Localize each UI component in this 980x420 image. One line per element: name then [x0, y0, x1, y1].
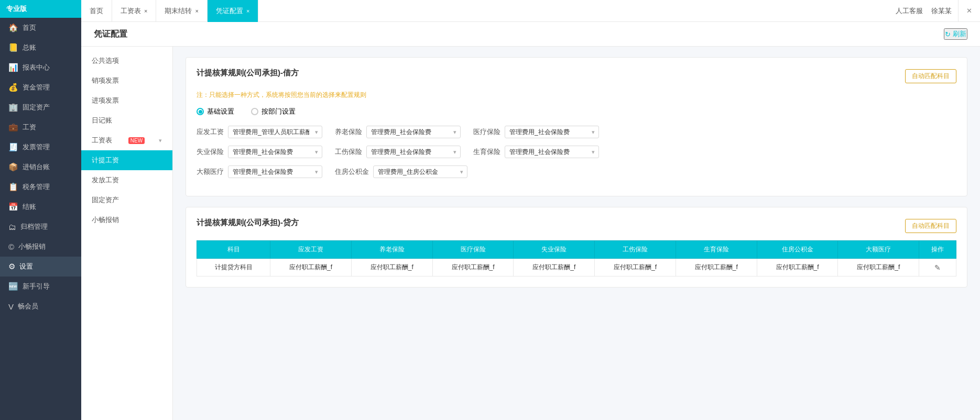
- field-shiye: 失业保险 管理费用_社会保险费: [197, 146, 322, 158]
- field-yingfa-wages: 应发工资 管理费用_管理人员职工薪酬: [197, 126, 322, 138]
- sidebar-item-settings[interactable]: ⚙ 设置: [0, 257, 81, 277]
- radio-dept[interactable]: 按部门设置: [251, 107, 296, 116]
- tab-home[interactable]: 首页: [81, 0, 112, 22]
- select-wrapper-yiliao: 管理费用_社会保险费: [505, 126, 599, 138]
- credit-table-body: 计提贷方科目 应付职工薪酬_f 应付职工薪酬_f 应付职工薪酬_f 应付职工薪酬…: [197, 259, 956, 277]
- sidebar-item-archive[interactable]: 🗂 归档管理: [0, 217, 81, 237]
- label-shengyu: 生育保险: [473, 147, 500, 157]
- tab-voucher-config[interactable]: 凭证配置 ×: [208, 0, 258, 22]
- credit-table-head: 科目 应发工资 养老保险 医疗保险 失业保险 工伤保险 生育保险 住房公积金 大…: [197, 241, 956, 259]
- td-gongshang: 应付职工薪酬_f: [595, 259, 676, 277]
- field-daeyiliao: 大额医疗 管理费用_社会保险费: [197, 165, 322, 178]
- ledger-icon: 📒: [8, 43, 18, 52]
- sidebar-item-salary[interactable]: 💼 工资: [0, 117, 81, 137]
- radio-basic[interactable]: 基础设置: [197, 107, 234, 116]
- home-icon: 🏠: [8, 23, 18, 32]
- sidebar-item-ledger[interactable]: 📒 总账: [0, 38, 81, 58]
- leftnav-journal[interactable]: 日记账: [81, 110, 172, 130]
- tab-salary-table[interactable]: 工资表 ×: [112, 0, 156, 22]
- radio-dept-circle: [251, 108, 258, 115]
- leftnav-accrual-salary[interactable]: 计提工资: [81, 150, 172, 170]
- td-gjj: 应付职工薪酬_f: [757, 259, 838, 277]
- leftnav-fixed-assets[interactable]: 固定资产: [81, 190, 172, 210]
- field-yiliao: 医疗保险 管理费用_社会保险费: [473, 126, 599, 138]
- close-tab-voucher[interactable]: ×: [246, 8, 249, 14]
- assets-icon: 🏢: [8, 103, 18, 112]
- sidebar-item-home[interactable]: 🏠 首页: [0, 18, 81, 38]
- leftnav-expense[interactable]: 小畅报销: [81, 210, 172, 230]
- debit-section: 计提核算规则(公司承担)-借方 自动匹配科目 注：只能选择一种方式，系统将按照您…: [186, 57, 967, 196]
- edit-icon[interactable]: ✎: [934, 263, 941, 272]
- user-service: 人工客服: [896, 6, 923, 16]
- sidebar: 专业版 🏠 首页 📒 总账 📊 报表中心 💰 资金管理 🏢 固定资产 💼 工资 …: [0, 0, 81, 420]
- debit-notice: 注：只能选择一种方式，系统将按照您当前的选择来配置规则: [197, 91, 956, 100]
- sidebar-item-purchases[interactable]: 📦 进销台账: [0, 157, 81, 177]
- select-yanglao[interactable]: 管理费用_社会保险费: [366, 126, 461, 138]
- leftnav-purchase-invoice[interactable]: 进项发票: [81, 91, 172, 110]
- select-shiye[interactable]: 管理费用_社会保险费: [228, 146, 322, 158]
- sidebar-item-assets[interactable]: 🏢 固定资产: [0, 97, 81, 117]
- debit-section-title: 计提核算规则(公司承担)-借方: [197, 68, 299, 78]
- sidebar-item-xiaochang[interactable]: © 小畅报销: [0, 237, 81, 257]
- refresh-icon: ↻: [945, 30, 951, 38]
- invoice-icon: 🧾: [8, 142, 18, 152]
- select-yingfa[interactable]: 管理费用_管理人员职工薪酬: [228, 126, 322, 138]
- credit-auto-match-button[interactable]: 自动匹配科目: [905, 219, 956, 233]
- sidebar-item-reports[interactable]: 📊 报表中心: [0, 58, 81, 78]
- debit-auto-match-button[interactable]: 自动匹配科目: [905, 69, 956, 83]
- archive-icon: 🗂: [8, 223, 16, 231]
- credit-section-title: 计提核算规则(公司承担)-贷方: [197, 218, 299, 228]
- close-tab-salary[interactable]: ×: [144, 8, 147, 14]
- tab-period-close[interactable]: 期末结转 ×: [156, 0, 207, 22]
- field-yanglao: 养老保险 管理费用_社会保险费: [335, 126, 461, 138]
- label-daeyiliao: 大额医疗: [197, 167, 224, 176]
- th-gjj: 住房公积金: [757, 241, 838, 259]
- leftnav-salary-table[interactable]: 工资表 NEW ▾: [81, 130, 172, 150]
- sidebar-item-tax[interactable]: 📋 税务管理: [0, 177, 81, 197]
- main-area: 首页 工资表 × 期末结转 × 凭证配置 × 人工客服 徐某某 ✕ 凭证配置 ↻…: [81, 0, 980, 420]
- th-action: 操作: [919, 241, 956, 259]
- label-yiliao: 医疗保险: [473, 127, 500, 137]
- label-shiye: 失业保险: [197, 147, 224, 157]
- new-badge: NEW: [128, 137, 145, 144]
- select-gjj[interactable]: 管理费用_住房公积金: [373, 165, 467, 178]
- credit-section: 计提核算规则(公司承担)-贷方 自动匹配科目 科目 应发工资 养老保险 医疗保险…: [186, 207, 967, 288]
- left-nav: 公共选项 销项发票 进项发票 日记账 工资表 NEW ▾ 计提工资 发放工资: [81, 47, 173, 420]
- radio-basic-circle: [197, 108, 204, 115]
- td-yanglao: 应付职工薪酬_f: [351, 259, 432, 277]
- vip-icon: V: [8, 302, 14, 311]
- leftnav-pay-salary[interactable]: 发放工资: [81, 170, 172, 190]
- sidebar-item-invoice[interactable]: 🧾 发票管理: [0, 137, 81, 157]
- select-gongshang[interactable]: 管理费用_社会保险费: [366, 146, 461, 158]
- select-wrapper-gongshang: 管理费用_社会保险费: [366, 146, 461, 158]
- select-wrapper-shiye: 管理费用_社会保险费: [228, 146, 322, 158]
- reports-icon: 📊: [8, 63, 18, 72]
- main-content: 计提核算规则(公司承担)-借方 自动匹配科目 注：只能选择一种方式，系统将按照您…: [173, 47, 980, 420]
- th-shiye: 失业保险: [514, 241, 595, 259]
- settings-icon: ⚙: [8, 262, 15, 271]
- guide-icon: 🆕: [8, 282, 18, 291]
- refresh-button[interactable]: ↻ 刷新: [944, 28, 967, 40]
- th-yingfa: 应发工资: [270, 241, 352, 259]
- leftnav-sales-invoice[interactable]: 销项发票: [81, 71, 172, 91]
- td-daeyiliao: 应付职工薪酬_f: [838, 259, 919, 277]
- debit-form-row-1: 应发工资 管理费用_管理人员职工薪酬 养老保险 管理费用_社会保险费: [197, 126, 956, 138]
- select-shengyu[interactable]: 管理费用_社会保险费: [505, 146, 599, 158]
- sidebar-item-funds[interactable]: 💰 资金管理: [0, 78, 81, 97]
- leftnav-public[interactable]: 公共选项: [81, 51, 172, 71]
- td-action[interactable]: ✎: [919, 259, 956, 277]
- select-daeyiliao[interactable]: 管理费用_社会保险费: [228, 165, 322, 178]
- sidebar-item-close[interactable]: 📅 结账: [0, 197, 81, 217]
- user-name: 徐某某: [931, 6, 952, 16]
- window-close-button[interactable]: ✕: [958, 0, 980, 22]
- select-yiliao[interactable]: 管理费用_社会保险费: [505, 126, 599, 138]
- funds-icon: 💰: [8, 83, 18, 92]
- label-gjj: 住房公积金: [335, 167, 369, 176]
- topbar: 首页 工资表 × 期末结转 × 凭证配置 × 人工客服 徐某某 ✕: [81, 0, 980, 22]
- close-tab-period[interactable]: ×: [195, 8, 198, 14]
- tax-icon: 📋: [8, 182, 18, 192]
- page-header: 凭证配置 ↻ 刷新: [81, 22, 980, 47]
- label-yingfa: 应发工资: [197, 127, 224, 137]
- sidebar-item-guide[interactable]: 🆕 新手引导: [0, 277, 81, 296]
- sidebar-item-vip[interactable]: V 畅会员: [0, 296, 81, 316]
